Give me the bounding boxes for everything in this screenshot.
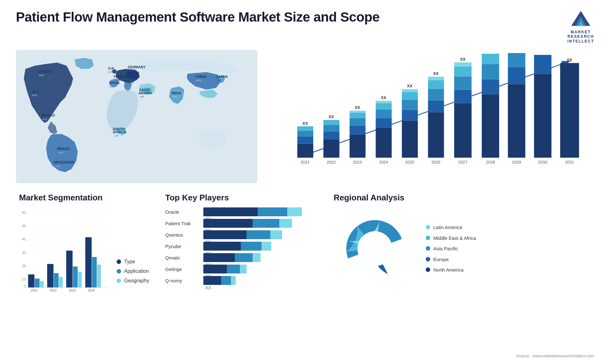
svg-rect-123: [59, 277, 63, 287]
svg-text:XX: XX: [460, 57, 466, 62]
player-bar: [203, 207, 318, 216]
svg-text:xx%: xx%: [58, 151, 63, 154]
logo-line1: MARKET: [567, 30, 594, 34]
svg-rect-86: [482, 79, 499, 95]
svg-text:2028: 2028: [486, 160, 495, 165]
player-row: PycubeXX: [165, 242, 318, 251]
regional-legend: Latin AmericaMiddle East & AfricaAsia Pa…: [426, 224, 476, 273]
svg-text:MEXICO: MEXICO: [41, 113, 55, 117]
donut-chart-container: [334, 207, 416, 290]
svg-text:2031: 2031: [565, 160, 574, 165]
svg-rect-60: [376, 103, 392, 110]
svg-rect-125: [66, 251, 72, 287]
svg-point-133: [357, 231, 392, 266]
svg-rect-82: [454, 63, 471, 67]
player-bar-container: XX: [203, 276, 318, 285]
svg-rect-51: [349, 126, 365, 134]
svg-rect-65: [402, 110, 418, 121]
svg-text:xx%: xx%: [32, 94, 37, 97]
svg-rect-39: [297, 137, 313, 144]
seg-chart-svg: 60 50 40 30 20 10 0: [19, 207, 110, 293]
svg-text:xx%: xx%: [39, 74, 44, 77]
svg-text:0: 0: [24, 284, 26, 288]
player-bar-container: XX: [203, 253, 318, 262]
svg-rect-119: [40, 281, 44, 287]
player-name: Qventus: [165, 232, 200, 238]
svg-text:xx%: xx%: [108, 71, 113, 73]
svg-text:2024: 2024: [379, 160, 388, 165]
svg-text:XX: XX: [355, 105, 360, 110]
svg-text:60: 60: [22, 211, 26, 214]
world-map-container: CANADA xx% U.S. xx% MEXICO xx% BRAZIL xx…: [16, 50, 257, 183]
svg-rect-79: [454, 90, 471, 103]
svg-text:xx%: xx%: [217, 79, 221, 82]
regional-legend-item: North America: [426, 267, 476, 273]
svg-text:XX: XX: [381, 95, 387, 100]
svg-text:SPAIN: SPAIN: [109, 81, 119, 85]
svg-text:ITALY: ITALY: [125, 80, 134, 84]
player-bar: [203, 265, 318, 273]
svg-text:2023: 2023: [69, 289, 76, 292]
player-row: Q-nomyXX: [165, 276, 318, 285]
svg-text:30: 30: [22, 251, 26, 254]
svg-rect-88: [482, 54, 499, 64]
svg-rect-44: [323, 139, 339, 158]
svg-rect-45: [323, 131, 339, 139]
svg-text:2023: 2023: [353, 160, 362, 165]
regional-legend-label: Europe: [433, 256, 449, 263]
regional-legend-item: Latin America: [426, 224, 476, 231]
svg-text:2025: 2025: [405, 160, 414, 165]
svg-rect-47: [323, 120, 339, 125]
player-bar: [203, 242, 318, 251]
svg-rect-96: [534, 74, 552, 158]
svg-rect-129: [85, 237, 92, 287]
regional-content: Latin AmericaMiddle East & AfricaAsia Pa…: [334, 207, 591, 290]
svg-text:xx%: xx%: [56, 165, 60, 168]
svg-text:XX: XX: [302, 121, 308, 126]
svg-text:BRAZIL: BRAZIL: [57, 147, 70, 151]
key-players-section: Top Key Players OracleXXPatient TrakXXQv…: [162, 193, 321, 317]
legend-type-label: Type: [124, 259, 135, 265]
svg-text:2022: 2022: [50, 289, 57, 292]
seg-chart-area: 60 50 40 30 20 10 0: [19, 207, 149, 293]
svg-rect-121: [47, 264, 53, 287]
player-bar-container: XX: [203, 242, 318, 251]
regional-legend-item: Europe: [426, 256, 476, 263]
regional-legend-dot: [426, 246, 430, 251]
legend-dot-geography: [117, 279, 121, 283]
player-bar-container: XX: [203, 230, 318, 239]
logo-line3: INTELLECT: [567, 39, 594, 44]
regional-legend-item: Middle East & Africa: [426, 235, 476, 241]
player-bar: [203, 230, 318, 239]
svg-text:CHINA: CHINA: [195, 75, 207, 78]
svg-text:FRANCE: FRANCE: [114, 75, 128, 78]
svg-rect-38: [297, 144, 313, 158]
page-title: Patient Flow Management Software Market …: [16, 10, 380, 25]
svg-text:ARGENTINA: ARGENTINA: [53, 160, 74, 164]
legend-type: Type: [117, 259, 149, 265]
svg-text:XX: XX: [433, 71, 439, 76]
regional-legend-item: Asia Pacific: [426, 246, 476, 252]
legend-application-label: Application: [124, 268, 149, 274]
svg-rect-81: [454, 67, 471, 77]
player-row: GetingeXX: [165, 265, 318, 273]
svg-rect-73: [428, 89, 444, 101]
player-row: QventusXX: [165, 230, 318, 239]
regional-analysis-section: Regional Analysis: [330, 193, 594, 317]
player-row: OracleXX: [165, 207, 318, 216]
svg-rect-46: [323, 125, 339, 131]
player-name: Q-nomy: [165, 278, 200, 283]
svg-text:XX: XX: [567, 57, 573, 62]
svg-rect-91: [508, 84, 525, 158]
player-name: Qmatic: [165, 255, 200, 260]
regional-legend-dot: [426, 257, 430, 261]
key-players-title: Top Key Players: [165, 193, 318, 203]
svg-text:2030: 2030: [538, 160, 547, 165]
svg-text:XX: XX: [407, 84, 413, 88]
svg-text:xx%: xx%: [196, 79, 201, 82]
svg-rect-57: [376, 128, 392, 158]
svg-text:JAPAN: JAPAN: [216, 75, 228, 78]
svg-text:2021: 2021: [30, 289, 38, 292]
svg-rect-127: [78, 272, 82, 287]
legend-dot-application: [117, 269, 121, 273]
